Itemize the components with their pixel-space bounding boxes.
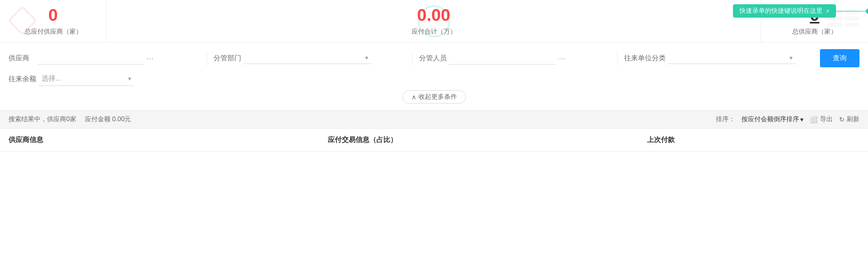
divider-3: [617, 51, 618, 66]
tooltip-dot: [866, 9, 868, 14]
filter-row-2: 往来余额 选择... ▾: [9, 72, 859, 86]
table-header: 供应商信息 应付交易信息（占比） 上次付款: [0, 129, 868, 152]
unit-category-chevron: ▾: [790, 54, 793, 61]
supplier-dots[interactable]: ···: [146, 54, 154, 62]
collapse-label: 收起更多条件: [419, 92, 457, 101]
amount-result-text: 应付金额 0.00元: [85, 115, 131, 124]
filter-person: 分管人员 ···: [419, 52, 611, 65]
payable-total-label: 应付合计（万）: [412, 27, 456, 36]
col-header-supplier-info: 供应商信息: [9, 135, 328, 145]
payable-total-number: 0.00: [412, 6, 456, 25]
filter-department: 分管部门 ▾: [214, 52, 405, 64]
stat-payable-total: 0.00 应付合计（万）: [107, 0, 761, 42]
total-payable-label: 总应付供应商（家）: [25, 27, 82, 36]
table-body: [0, 152, 868, 275]
divider-1: [207, 51, 207, 66]
department-select[interactable]: ▾: [243, 52, 372, 64]
person-input[interactable]: [449, 52, 556, 65]
filter-balance: 往来余额 选择... ▾: [9, 72, 179, 86]
filter-bar: 供应商 ··· 分管部门 ▾ 分管人员 ··· 往来单位分类 ▾: [0, 43, 868, 111]
collapse-up-icon: ∧: [412, 93, 416, 101]
sort-label: 排序：: [716, 115, 735, 124]
export-button[interactable]: ⬜ 导出: [810, 115, 833, 124]
results-right: 排序： 按应付会额倒序排序 ▾ ⬜ 导出 ↻ 刷新: [716, 115, 859, 124]
sort-select[interactable]: 按应付会额倒序排序 ▾: [741, 115, 803, 124]
query-button[interactable]: 查询: [820, 49, 859, 67]
filter-row-1: 供应商 ··· 分管部门 ▾ 分管人员 ··· 往来单位分类 ▾: [9, 49, 859, 67]
export-label: 导出: [820, 115, 833, 124]
supplier-label: 供应商: [9, 53, 35, 63]
supplier-input[interactable]: [37, 52, 144, 65]
results-bar: 搜索结果中，供应商0家 应付金额 0.00元 排序： 按应付会额倒序排序 ▾ ⬜…: [0, 111, 868, 129]
quick-shortcut-tooltip: 快速录单的快捷键说明在这里 ×: [733, 4, 836, 18]
divider-2: [412, 51, 413, 66]
balance-chevron: ▾: [128, 75, 131, 82]
balance-select[interactable]: 选择... ▾: [38, 72, 135, 86]
department-chevron: ▾: [365, 54, 368, 61]
col-header-transaction-info: 应付交易信息（占比）: [328, 135, 647, 145]
sort-value: 按应付会额倒序排序: [741, 115, 799, 124]
tooltip-text: 快速录单的快捷键说明在这里: [739, 6, 823, 15]
export-icon: ⬜: [810, 116, 818, 123]
total-suppliers-label: 总供应商（家）: [792, 27, 837, 36]
balance-label: 往来余额: [9, 74, 36, 84]
unit-category-select[interactable]: ▾: [668, 52, 796, 64]
refresh-button[interactable]: ↻ 刷新: [839, 115, 859, 124]
balance-placeholder: 选择...: [42, 74, 61, 83]
sort-chevron: ▾: [800, 116, 803, 123]
person-label: 分管人员: [419, 53, 447, 63]
filter-supplier: 供应商 ···: [9, 52, 200, 65]
svg-rect-5: [845, 16, 859, 20]
collapse-button[interactable]: ∧ 收起更多条件: [403, 90, 466, 104]
svg-rect-6: [845, 22, 859, 27]
stat-total-payable-suppliers: 0 总应付供应商（家）: [0, 0, 107, 42]
col-header-last-payment: 上次付款: [647, 135, 860, 145]
results-left: 搜索结果中，供应商0家 应付金额 0.00元: [9, 115, 131, 124]
person-dots[interactable]: ···: [558, 54, 566, 62]
tooltip-close[interactable]: ×: [826, 7, 830, 15]
refresh-icon: ↻: [839, 116, 845, 123]
total-payable-number: 0: [25, 6, 82, 25]
collapse-row: ∧ 收起更多条件: [9, 90, 859, 104]
filter-unit-category: 往来单位分类 ▾: [624, 52, 816, 64]
search-result-text: 搜索结果中，供应商0家: [9, 115, 76, 124]
refresh-label: 刷新: [847, 115, 859, 124]
department-label: 分管部门: [214, 53, 241, 63]
unit-category-label: 往来单位分类: [624, 53, 666, 63]
